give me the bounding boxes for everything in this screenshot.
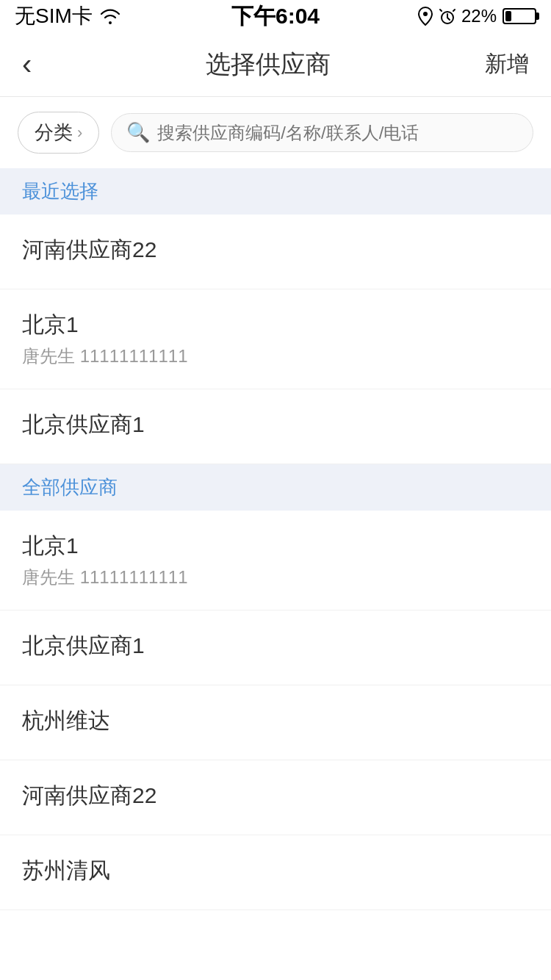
list-item[interactable]: 北京1 唐先生 11111111111	[0, 289, 551, 389]
page-title: 选择供应商	[206, 48, 331, 82]
category-button[interactable]: 分类 ›	[18, 112, 99, 154]
wifi-icon	[100, 8, 120, 24]
item-name: 北京供应商1	[22, 631, 529, 661]
new-button[interactable]: 新增	[470, 49, 529, 79]
search-icon: 🔍	[126, 121, 150, 144]
item-name: 河南供应商22	[22, 781, 529, 811]
item-name: 北京供应商1	[22, 410, 529, 440]
svg-point-0	[423, 12, 428, 16]
list-item[interactable]: 苏州清风	[0, 835, 551, 910]
category-label: 分类	[35, 120, 73, 145]
location-icon	[417, 7, 433, 26]
item-name: 苏州清风	[22, 856, 529, 886]
list-item[interactable]: 北京1 唐先生 11111111111	[0, 511, 551, 610]
item-name: 北京1	[22, 310, 529, 340]
search-input[interactable]	[157, 123, 518, 143]
chevron-icon: ›	[77, 123, 82, 143]
back-button[interactable]: ‹	[22, 48, 66, 81]
list-item[interactable]: 杭州维达	[0, 685, 551, 760]
recent-section-header: 最近选择	[0, 168, 551, 215]
item-sub: 唐先生 11111111111	[22, 566, 529, 589]
list-item[interactable]: 河南供应商22	[0, 760, 551, 835]
recent-list: 河南供应商22 北京1 唐先生 11111111111 北京供应商1	[0, 215, 551, 464]
item-name: 杭州维达	[22, 706, 529, 736]
recent-label: 最近选择	[22, 180, 98, 202]
alarm-icon	[439, 7, 455, 25]
list-item[interactable]: 北京供应商1	[0, 389, 551, 464]
list-item[interactable]: 河南供应商22	[0, 215, 551, 289]
battery-percent: 22%	[461, 6, 497, 26]
item-name: 河南供应商22	[22, 235, 529, 265]
all-section-header: 全部供应商	[0, 464, 551, 511]
nav-bar: ‹ 选择供应商 新增	[0, 32, 551, 97]
all-list: 北京1 唐先生 11111111111 北京供应商1 杭州维达 河南供应商22 …	[0, 511, 551, 910]
search-box[interactable]: 🔍	[111, 113, 533, 152]
item-sub: 唐先生 11111111111	[22, 345, 529, 368]
item-name: 北京1	[22, 531, 529, 561]
status-time: 下午6:04	[231, 1, 320, 32]
status-bar: 无SIM卡 下午6:04 22%	[0, 0, 551, 32]
status-carrier: 无SIM卡	[15, 2, 120, 30]
all-label: 全部供应商	[22, 476, 118, 498]
status-right: 22%	[417, 6, 536, 26]
filter-row: 分类 › 🔍	[0, 97, 551, 168]
battery-icon	[503, 8, 536, 24]
list-item[interactable]: 北京供应商1	[0, 610, 551, 685]
